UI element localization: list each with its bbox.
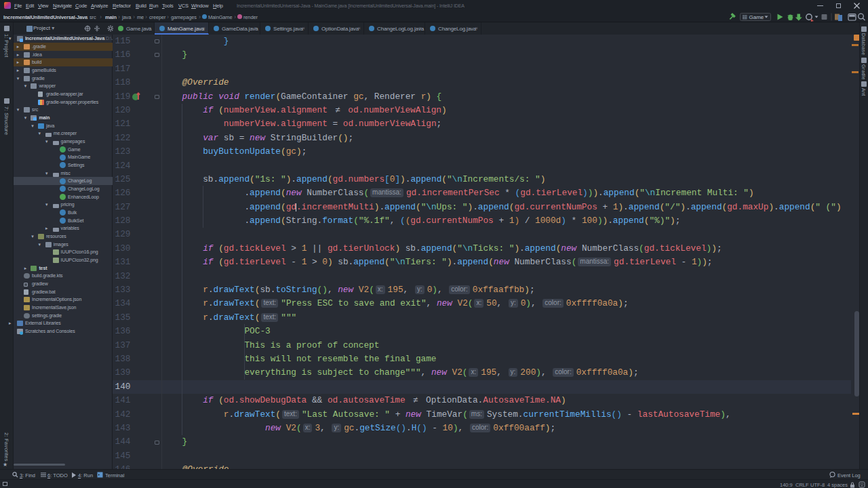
svg-text:Game: Game — [749, 14, 764, 20]
